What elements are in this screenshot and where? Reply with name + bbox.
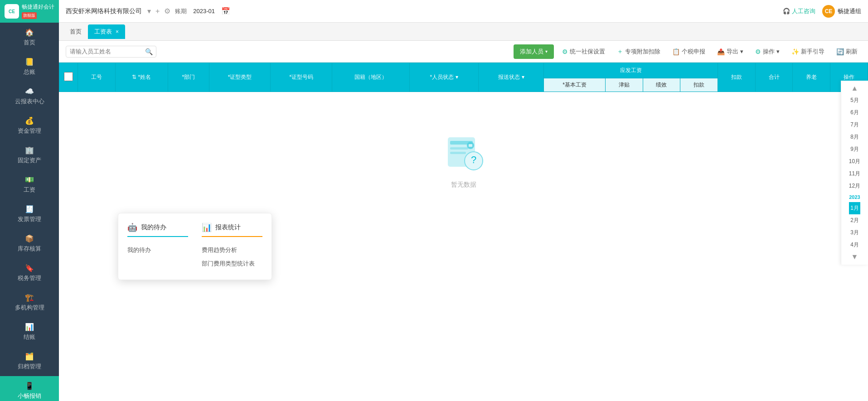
th-deduct-sub: 扣款	[680, 78, 718, 92]
cloud-report-icon: ☁️	[25, 87, 34, 96]
month-item-2023-05[interactable]: 5月	[849, 94, 860, 106]
operation-icon: ⚙	[755, 48, 761, 55]
sidebar-item-salary[interactable]: 💵工资	[0, 170, 59, 199]
month-panel: ▲ 5月6月7月8月9月10月11月12月20231月2月3月4月 ▼	[841, 81, 868, 265]
year-label: 2023	[849, 192, 860, 202]
sidebar-item-fixed-asset[interactable]: 🏢固定资产	[0, 140, 59, 170]
export-dropdown-icon: ▾	[740, 48, 743, 55]
company-name: 西安虾米网络科技有限公司	[66, 7, 142, 15]
month-item-2023-10[interactable]: 10月	[849, 155, 860, 168]
sidebar-item-archive[interactable]: 🗂️归档管理	[0, 347, 59, 376]
month-item-2023-08[interactable]: 8月	[849, 131, 860, 143]
export-action[interactable]: 📤 导出 ▾	[713, 48, 747, 56]
th-nationality: 国籍（地区）	[332, 63, 409, 92]
company-dropdown-icon[interactable]: ▾	[147, 7, 151, 15]
sidebar-item-fund[interactable]: 💰资金管理	[0, 111, 59, 140]
popup-col-reports: 📊 报表统计 费用趋势分析部门费用类型统计表	[202, 222, 262, 271]
select-all-checkbox[interactable]	[64, 72, 73, 81]
month-item-2023-06[interactable]: 6月	[849, 106, 860, 119]
th-bonus: 绩效	[643, 78, 680, 92]
main-area: 西安虾米网络科技有限公司 ▾ + ⚙ 账期 2023-01 📅 🎧 人工咨询 C…	[59, 0, 868, 401]
sidebar-label-archive: 归档管理	[18, 362, 41, 371]
popup-item-report[interactable]: 费用趋势分析	[202, 243, 262, 257]
individual-tax-icon: 📋	[672, 48, 680, 55]
topbar-gear-icon[interactable]: ⚙	[164, 7, 170, 15]
th-checkbox[interactable]	[59, 63, 78, 92]
tax-icon: 🔖	[25, 264, 34, 272]
user-menu[interactable]: CE 畅捷通组	[822, 5, 861, 18]
month-item-2023-07[interactable]: 7月	[849, 119, 860, 131]
month-item-2023-01[interactable]: 1月	[849, 202, 860, 214]
popup-col-mywork: 🤖 我的待办 我的待办	[127, 222, 188, 271]
tab-home[interactable]: 首页	[63, 24, 88, 39]
topbar: 西安虾米网络科技有限公司 ▾ + ⚙ 账期 2023-01 📅 🎧 人工咨询 C…	[59, 0, 868, 23]
tab-salary[interactable]: 工资表 ×	[88, 24, 125, 39]
logo-text-block: 畅捷通好会计 旗舰版	[22, 4, 54, 19]
refresh-action[interactable]: 🔄 刷新	[833, 48, 861, 56]
sidebar-item-tax[interactable]: 🔖税务管理	[0, 258, 59, 288]
service-button[interactable]: 🎧 人工咨询	[783, 7, 815, 15]
th-name: ⇅ *姓名	[115, 63, 168, 92]
sidebar-item-inventory[interactable]: 📦库存核算	[0, 229, 59, 258]
sidebar-label-inventory: 库存核算	[18, 245, 41, 253]
multi-org-icon: 🏗️	[25, 293, 34, 302]
popup-col2-items: 费用趋势分析部门费用类型统计表	[202, 243, 262, 271]
month-item-2023-02[interactable]: 2月	[849, 214, 860, 227]
th-number: 工号	[78, 63, 116, 92]
search-icon[interactable]: 🔍	[145, 48, 153, 55]
month-item-2023-04[interactable]: 4月	[849, 239, 860, 251]
operation-dropdown-icon: ▾	[776, 48, 780, 55]
sidebar-item-multi-org[interactable]: 🏗️多机构管理	[0, 288, 59, 317]
empty-state: ? 暂无数据	[59, 92, 868, 225]
calendar-icon[interactable]: 📅	[221, 7, 230, 15]
popup-item-mywork[interactable]: 我的待办	[127, 243, 188, 257]
content-area: 🔍 添加人员 ▾ ⚙ 统一社保设置 ＋ 专项附加扣除 📋 个税申报	[59, 41, 868, 401]
month-item-2023-03[interactable]: 3月	[849, 227, 860, 239]
tax-deduction-action[interactable]: ＋ 专项附加扣除	[613, 48, 664, 56]
sidebar-item-settlement[interactable]: 📊结账	[0, 317, 59, 347]
topbar-right: 🎧 人工咨询 CE 畅捷通组	[783, 5, 861, 18]
sidebar-item-ledger[interactable]: 📒总账	[0, 52, 59, 82]
month-item-2023-09[interactable]: 9月	[849, 143, 860, 155]
new-guide-action[interactable]: ✨ 新手引导	[788, 48, 828, 56]
sidebar-item-home[interactable]: 🏠首页	[0, 23, 59, 52]
salary-icon: 💵	[25, 175, 34, 184]
sidebar-item-invoice[interactable]: 🧾发票管理	[0, 199, 59, 229]
popup-col2-title-text: 报表统计	[215, 223, 241, 232]
month-item-2023-12[interactable]: 12月	[849, 180, 860, 192]
popup-item-report[interactable]: 部门费用类型统计表	[202, 257, 262, 271]
tab-close-icon[interactable]: ×	[116, 29, 119, 35]
topbar-add-icon[interactable]: +	[155, 7, 160, 15]
sidebar-item-cloud-report[interactable]: ☁️云报表中心	[0, 82, 59, 111]
tabbar: 首页 工资表 ×	[59, 23, 868, 41]
month-panel-up[interactable]: ▲	[849, 82, 860, 94]
th-cert-no: *证型号码	[271, 63, 332, 92]
empty-icon: ?	[441, 128, 486, 174]
month-items-container: 5月6月7月8月9月10月11月12月20231月2月3月4月	[849, 94, 860, 251]
th-subsidy: 津贴	[605, 78, 643, 92]
individual-tax-action[interactable]: 📋 个税申报	[669, 48, 709, 56]
expense-icon: 📱	[25, 382, 34, 390]
social-security-icon: ⚙	[562, 48, 568, 55]
app-logo[interactable]: CE 畅捷通好会计 旗舰版	[0, 0, 59, 23]
dropdown-popup: 🤖 我的待办 我的待办 📊 报表统计 费用趋势分析部门费用类型统计表	[118, 213, 272, 280]
th-department: *部门	[168, 63, 209, 92]
operation-action[interactable]: ⚙ 操作 ▾	[752, 48, 783, 56]
month-item-2023-11[interactable]: 11月	[849, 168, 860, 180]
search-box[interactable]: 🔍	[66, 46, 156, 58]
sidebar-item-expense[interactable]: 📱小畅报销	[0, 376, 59, 401]
social-security-action[interactable]: ⚙ 统一社保设置	[558, 48, 609, 56]
service-label: 人工咨询	[792, 7, 815, 15]
add-person-button[interactable]: 添加人员 ▾	[514, 44, 554, 59]
fixed-asset-icon: 🏢	[25, 146, 34, 155]
wage-table: 工号 ⇅ *姓名 *部门 *证型类型 *证型号码 国籍（地区） *人员状态 ▾ …	[59, 63, 868, 92]
popup-col1-items: 我的待办	[127, 243, 188, 257]
sidebar-label-multi-org: 多机构管理	[15, 304, 44, 312]
search-input[interactable]	[70, 48, 142, 55]
sidebar: CE 畅捷通好会计 旗舰版 🏠首页📒总账☁️云报表中心💰资金管理🏢固定资产💵工资…	[0, 0, 59, 401]
th-personnel-status[interactable]: *人员状态 ▾	[409, 63, 479, 92]
th-send-status[interactable]: 报送状态 ▾	[479, 63, 544, 92]
month-panel-down[interactable]: ▼	[849, 251, 860, 263]
inventory-icon: 📦	[25, 234, 34, 243]
sidebar-nav: 🏠首页📒总账☁️云报表中心💰资金管理🏢固定资产💵工资🧾发票管理📦库存核算🔖税务管…	[0, 23, 59, 401]
